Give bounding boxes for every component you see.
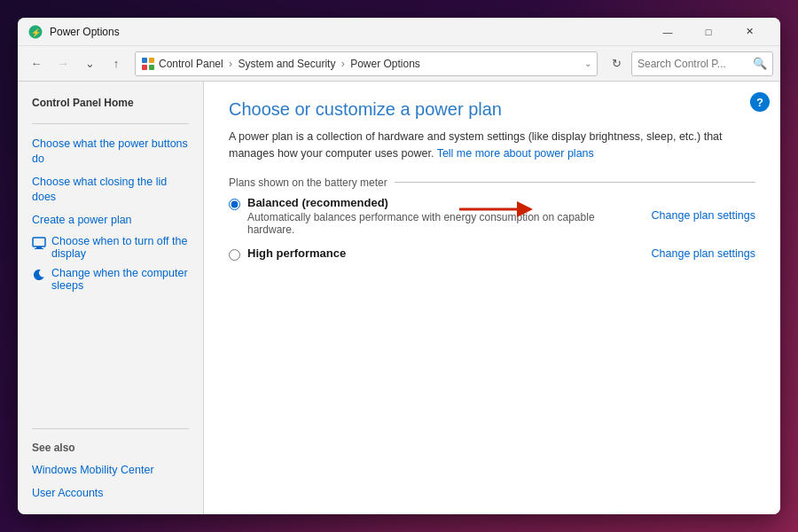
up-button[interactable]: ↑ xyxy=(105,52,128,75)
svg-rect-4 xyxy=(142,65,147,70)
help-button[interactable]: ? xyxy=(750,92,770,112)
breadcrumb: Control Panel › System and Security › Po… xyxy=(159,58,581,70)
svg-rect-8 xyxy=(35,248,43,249)
svg-rect-3 xyxy=(149,58,154,63)
svg-text:⚡: ⚡ xyxy=(31,27,42,38)
plans-section-label: Plans shown on the battery meter xyxy=(229,176,755,189)
sidebar: Control Panel Home Choose what the power… xyxy=(18,82,204,514)
breadcrumb-part-3[interactable]: Power Options xyxy=(350,58,420,70)
breadcrumb-part-2[interactable]: System and Security xyxy=(238,58,335,70)
sidebar-item-create-plan[interactable]: Create a power plan xyxy=(18,209,203,232)
sidebar-item-power-buttons[interactable]: Choose what the power buttons do xyxy=(18,133,203,171)
forward-button[interactable]: → xyxy=(51,52,74,75)
change-plan-high-link[interactable]: Change plan settings xyxy=(634,247,755,260)
svg-rect-7 xyxy=(36,246,42,248)
sidebar-item-lid[interactable]: Choose what closing the lid does xyxy=(18,171,203,209)
app-icon: ⚡ xyxy=(28,25,43,39)
window-title: Power Options xyxy=(50,26,647,38)
sidebar-item-display[interactable]: Choose when to turn off the display xyxy=(18,231,203,263)
refresh-button[interactable]: ↻ xyxy=(605,52,628,75)
svg-rect-2 xyxy=(142,58,147,63)
page-title: Choose or customize a power plan xyxy=(229,99,755,120)
plan-high-radio-area: High performance xyxy=(229,246,634,261)
search-input[interactable] xyxy=(638,58,749,70)
window-controls: — □ ✕ xyxy=(647,18,770,46)
page-description: A power plan is a collection of hardware… xyxy=(229,129,743,162)
breadcrumb-part-1[interactable]: Control Panel xyxy=(159,58,223,70)
sidebar-see-also-label: See also xyxy=(18,438,203,459)
plan-high-radio[interactable] xyxy=(229,249,240,261)
search-icon[interactable]: 🔍 xyxy=(753,57,767,70)
toolbar: ← → ⌄ ↑ Control Panel › System and Secur… xyxy=(18,46,780,82)
learn-more-link[interactable]: Tell me more about power plans xyxy=(437,147,594,160)
sidebar-home[interactable]: Control Panel Home xyxy=(18,92,203,114)
sidebar-item-display-label: Choose when to turn off the display xyxy=(51,235,189,260)
content-area: Control Panel Home Choose what the power… xyxy=(18,82,780,514)
plan-high-info: High performance xyxy=(247,246,634,260)
recent-button[interactable]: ⌄ xyxy=(78,52,101,75)
svg-rect-6 xyxy=(33,238,45,246)
plan-balanced-radio[interactable] xyxy=(229,199,240,210)
sleep-icon xyxy=(32,268,46,282)
sidebar-item-mobility-center[interactable]: Windows Mobility Center xyxy=(18,459,203,482)
main-panel: ? Choose or customize a power plan A pow… xyxy=(204,82,780,514)
plan-row-high-performance: High performance Change plan settings xyxy=(229,246,755,261)
plan-balanced-name: Balanced (recommended) xyxy=(247,196,634,209)
change-plan-arrow-icon xyxy=(459,200,539,219)
address-bar: Control Panel › System and Security › Po… xyxy=(135,51,598,76)
address-chevron-icon[interactable]: ⌄ xyxy=(584,59,591,68)
sidebar-divider-2 xyxy=(32,428,189,429)
maximize-button[interactable]: □ xyxy=(688,18,729,46)
plan-high-name: High performance xyxy=(247,246,634,260)
sidebar-item-sleep[interactable]: Change when the computer sleeps xyxy=(18,263,203,295)
close-button[interactable]: ✕ xyxy=(729,18,770,46)
plan-balanced-info: Balanced (recommended) Automatically bal… xyxy=(247,196,634,236)
display-icon xyxy=(32,236,46,250)
control-panel-icon xyxy=(141,57,155,71)
sidebar-item-sleep-label: Change when the computer sleeps xyxy=(51,267,189,292)
minimize-button[interactable]: — xyxy=(647,18,688,46)
svg-rect-5 xyxy=(149,65,154,70)
plan-balanced-radio-area: Balanced (recommended) Automatically bal… xyxy=(229,196,634,236)
plan-balanced-desc: Automatically balances performance with … xyxy=(247,211,634,236)
change-plan-balanced-link[interactable]: Change plan settings xyxy=(634,209,755,222)
back-button[interactable]: ← xyxy=(25,52,48,75)
sidebar-divider-1 xyxy=(32,123,189,124)
titlebar: ⚡ Power Options — □ ✕ xyxy=(18,18,780,46)
plan-row-balanced: Balanced (recommended) Automatically bal… xyxy=(229,196,755,236)
main-window: ⚡ Power Options — □ ✕ ← → ⌄ ↑ Control Pa… xyxy=(18,18,780,514)
search-box: 🔍 xyxy=(631,51,773,76)
sidebar-item-user-accounts[interactable]: User Accounts xyxy=(18,482,203,505)
